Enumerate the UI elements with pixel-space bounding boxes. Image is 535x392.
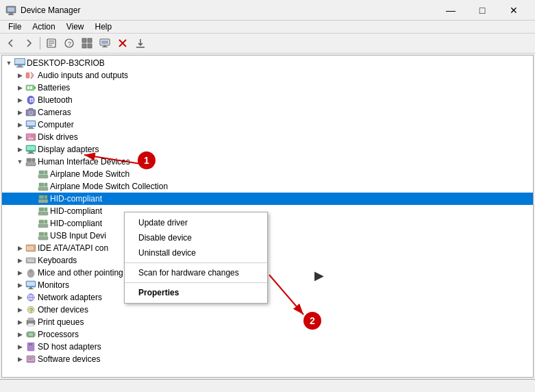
tree-node-display[interactable]: ▶ Display adapters (2, 143, 533, 156)
svg-rect-47 (27, 153, 34, 154)
tree-node-software[interactable]: ▶ Software devices (2, 353, 533, 365)
ctx-properties[interactable]: Properties (125, 285, 267, 300)
svg-rect-23 (18, 65, 22, 66)
tree-node-proc[interactable]: ▶ Processors (2, 328, 533, 341)
toolbar-forward[interactable] (21, 35, 37, 51)
tree-node-batteries[interactable]: ▶ Batteries (2, 82, 533, 94)
expand-sd[interactable]: ▶ (14, 341, 25, 352)
expand-monitors[interactable]: ▶ (14, 280, 25, 291)
svg-rect-17 (102, 47, 108, 47)
tree-node-hid-1[interactable]: ▶ HID-compliant (2, 193, 533, 205)
mice-icon (25, 267, 36, 278)
svg-rect-16 (103, 45, 106, 47)
ctx-update-driver[interactable]: Update driver (125, 215, 267, 230)
toolbar-properties[interactable] (43, 35, 60, 51)
tree-node-disk[interactable]: ▶ Disk drives (2, 131, 533, 143)
ctx-scan-hardware[interactable]: Scan for hardware changes (125, 265, 267, 280)
svg-rect-59 (45, 183, 47, 186)
expand-software[interactable]: ▶ (14, 354, 25, 365)
svg-rect-74 (27, 246, 34, 250)
hid-label: Human Interface Devices (38, 157, 130, 167)
usb-icon (38, 230, 49, 241)
expand-network[interactable]: ▶ (14, 292, 25, 303)
toolbar-download[interactable] (132, 35, 149, 51)
tree-node-other[interactable]: ▶ ? Other devices (2, 304, 533, 316)
expand-print[interactable]: ▶ (14, 317, 25, 328)
menu-view[interactable]: View (61, 21, 90, 33)
airplane-coll-icon (38, 181, 49, 192)
monitors-label: Monitors (38, 280, 69, 290)
svg-rect-28 (27, 86, 29, 89)
svg-rect-65 (45, 208, 47, 211)
expand-ide[interactable]: ▶ (14, 243, 25, 254)
toolbar-computer[interactable] (97, 35, 113, 51)
svg-rect-37 (27, 121, 35, 125)
tree-node-computer[interactable]: ▶ Computer (2, 119, 533, 131)
expand-disk[interactable]: ▶ (14, 132, 25, 143)
menu-action[interactable]: Action (27, 21, 60, 33)
svg-rect-11 (88, 38, 92, 42)
expand-keyboard[interactable]: ▶ (14, 255, 25, 266)
proc-label: Processors (38, 330, 79, 339)
ctx-uninstall-device[interactable]: Uninstall device (125, 245, 267, 260)
tree-node-hid[interactable]: ▼ Human Interface Devices (2, 156, 533, 168)
sd-icon (25, 341, 36, 352)
toolbar-view[interactable] (79, 35, 95, 51)
svg-rect-55 (39, 171, 44, 174)
expand-bluetooth[interactable]: ▶ (14, 95, 25, 106)
svg-rect-25 (26, 73, 29, 78)
expand-other[interactable]: ▶ (14, 304, 25, 315)
svg-rect-76 (27, 258, 28, 260)
tree-node-print[interactable]: ▶ Print queues (2, 316, 533, 328)
computer-icon (14, 58, 25, 69)
usb-label: USB Input Devi (50, 231, 106, 241)
expand-mice[interactable]: ▶ (14, 267, 25, 278)
close-button[interactable]: ✕ (498, 0, 530, 21)
minimize-button[interactable]: — (435, 0, 466, 21)
ctx-disable-device[interactable]: Disable device (125, 230, 267, 245)
sd-label: SD host adapters (38, 342, 101, 352)
menu-file[interactable]: File (3, 21, 27, 33)
svg-rect-45 (27, 146, 35, 150)
ide-label: IDE ATA/ATAPI con (38, 243, 108, 253)
tree-node-cameras[interactable]: ▶ Cameras (2, 106, 533, 119)
app-icon (5, 5, 16, 16)
toolbar-back[interactable] (3, 35, 19, 51)
expand-display[interactable]: ▶ (14, 144, 25, 155)
svg-rect-12 (82, 44, 86, 48)
tree-root[interactable]: ▼ DESKTOP-B3CRIOB (2, 57, 533, 69)
print-icon (25, 317, 36, 328)
svg-rect-15 (101, 40, 108, 44)
expand-batteries[interactable]: ▶ (14, 82, 25, 93)
network-icon (25, 292, 36, 303)
expand-audio[interactable]: ▶ (14, 70, 25, 81)
expand-root[interactable]: ▼ (3, 58, 14, 69)
expand-hid[interactable]: ▼ (14, 156, 25, 167)
menu-help[interactable]: Help (90, 21, 118, 33)
maximize-button[interactable]: □ (466, 0, 498, 21)
svg-rect-110 (27, 356, 34, 361)
tree-node-audio[interactable]: ▶ Audio inputs and outputs (2, 69, 533, 82)
toolbar-delete[interactable] (114, 35, 131, 51)
tree-node-airplane[interactable]: ▶ Airplane Mode Switch (2, 168, 533, 180)
svg-text:B: B (29, 97, 34, 103)
svg-rect-96 (28, 318, 34, 321)
svg-rect-70 (39, 232, 44, 236)
svg-rect-77 (28, 258, 29, 260)
print-label: Print queues (38, 317, 84, 327)
expand-proc[interactable]: ▶ (14, 329, 25, 340)
expand-computer[interactable]: ▶ (14, 119, 25, 130)
svg-rect-46 (29, 151, 33, 153)
svg-rect-51 (27, 163, 29, 164)
disk-label: Disk drives (38, 132, 78, 142)
monitors-icon (25, 280, 36, 291)
svg-rect-2 (9, 13, 13, 14)
toolbar-help[interactable]: ? (61, 35, 77, 51)
expand-cameras[interactable]: ▶ (14, 107, 25, 118)
tree-node-bluetooth[interactable]: ▶ B Bluetooth (2, 94, 533, 106)
svg-rect-35 (29, 108, 33, 110)
hid-3-label: HID-compliant (50, 219, 102, 228)
tree-node-sd[interactable]: ▶ SD host adapters (2, 341, 533, 353)
tree-node-airplane-collection[interactable]: ▶ Airplane Mode Switch Collection (2, 180, 533, 193)
software-icon (25, 354, 36, 365)
